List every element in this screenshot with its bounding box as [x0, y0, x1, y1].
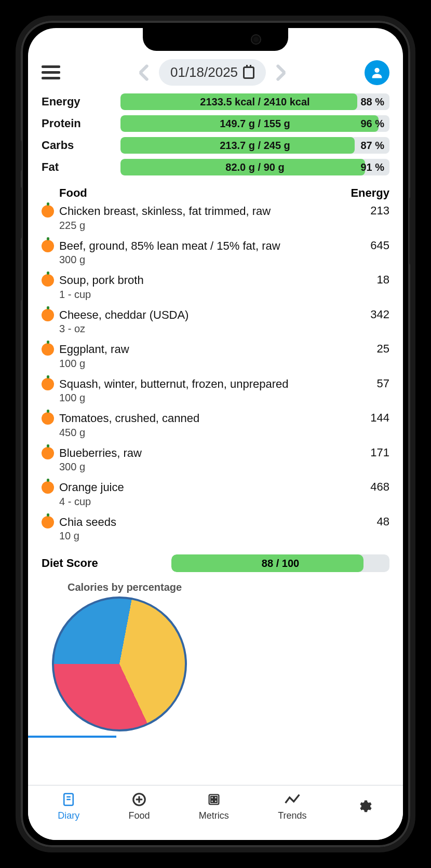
food-icon	[42, 481, 54, 494]
food-item[interactable]: Squash, winter, butternut, frozen, unpre…	[42, 375, 389, 410]
food-energy: 144	[348, 411, 389, 425]
food-header-food: Food	[59, 186, 351, 200]
food-name: Soup, pork broth	[59, 273, 348, 288]
nav-metrics[interactable]: Metrics	[199, 791, 229, 821]
macro-value: 82.0 g / 90 g	[120, 159, 389, 175]
profile-button[interactable]	[365, 60, 389, 85]
svg-rect-11	[214, 800, 217, 803]
macro-bar: 2133.5 kcal / 2410 kcal88 %	[120, 93, 389, 110]
calendar-icon	[243, 66, 254, 79]
food-header-energy: Energy	[351, 186, 389, 200]
food-energy: 48	[348, 515, 389, 528]
food-qty: 100 g	[59, 392, 348, 404]
food-item[interactable]: Beef, ground, 85% lean meat / 15% fat, r…	[42, 237, 389, 272]
macro-label: Protein	[42, 117, 120, 130]
macro-row: Fat82.0 g / 90 g91 %	[42, 158, 389, 176]
diary-icon	[60, 791, 77, 808]
macro-percent: 91 %	[360, 159, 384, 175]
food-energy: 25	[348, 342, 389, 356]
food-name: Tomatoes, crushed, canned	[59, 411, 348, 426]
food-name: Blueberries, raw	[59, 446, 348, 460]
food-item[interactable]: Chia seeds10 g48	[42, 513, 389, 548]
next-day-button[interactable]	[275, 63, 287, 82]
svg-rect-8	[211, 796, 213, 799]
food-icon	[42, 309, 54, 321]
macro-bar: 82.0 g / 90 g91 %	[120, 159, 389, 175]
food-item[interactable]: Tomatoes, crushed, canned450 g144	[42, 409, 389, 444]
food-name: Orange juice	[59, 480, 348, 495]
macro-value: 2133.5 kcal / 2410 kcal	[120, 93, 389, 110]
food-name: Eggplant, raw	[59, 342, 348, 357]
diet-score-bar: 88 / 100	[171, 554, 389, 572]
food-energy: 645	[348, 239, 389, 252]
food-icon	[42, 343, 54, 356]
food-energy: 468	[348, 480, 389, 494]
plus-circle-icon	[130, 791, 148, 808]
food-energy: 18	[348, 273, 389, 287]
food-energy: 57	[348, 377, 389, 390]
nav-trends[interactable]: Trends	[278, 791, 306, 821]
nav-metrics-label: Metrics	[199, 810, 229, 821]
food-icon	[42, 205, 54, 218]
date-selector[interactable]: 01/18/2025	[159, 59, 266, 86]
food-name: Chicken breast, skinless, fat trimmed, r…	[59, 204, 348, 219]
food-energy: 171	[348, 446, 389, 459]
calories-pie-chart	[52, 596, 187, 731]
food-item[interactable]: Chicken breast, skinless, fat trimmed, r…	[42, 202, 389, 237]
chart-title: Calories by percentage	[42, 581, 389, 593]
gear-icon	[356, 797, 373, 815]
macro-percent: 96 %	[360, 115, 384, 132]
food-icon	[42, 447, 54, 459]
macro-label: Carbs	[42, 139, 120, 152]
diet-score-value: 88 / 100	[171, 554, 389, 572]
diet-score-label: Diet Score	[42, 557, 171, 570]
macro-bar: 213.7 g / 245 g87 %	[120, 137, 389, 154]
nav-food-label: Food	[128, 810, 150, 821]
food-icon	[42, 412, 54, 425]
food-qty: 300 g	[59, 461, 348, 473]
macro-bar: 149.7 g / 155 g96 %	[120, 115, 389, 132]
food-icon	[42, 516, 54, 528]
food-icon	[42, 378, 54, 390]
nav-diary[interactable]: Diary	[58, 791, 79, 821]
food-item[interactable]: Orange juice4 - cup468	[42, 478, 389, 513]
food-qty: 100 g	[59, 358, 348, 370]
macro-label: Energy	[42, 95, 120, 108]
trend-icon	[284, 791, 301, 808]
food-qty: 1 - cup	[59, 289, 348, 301]
macro-percent: 87 %	[360, 137, 384, 154]
prev-day-button[interactable]	[138, 63, 150, 82]
food-energy: 342	[348, 308, 389, 321]
food-qty: 225 g	[59, 220, 348, 232]
svg-rect-9	[214, 796, 217, 799]
grid-icon	[205, 791, 223, 808]
nav-food[interactable]: Food	[128, 791, 150, 821]
food-item[interactable]: Cheese, cheddar (USDA)3 - oz342	[42, 306, 389, 341]
nav-diary-label: Diary	[58, 810, 79, 821]
menu-button[interactable]	[42, 65, 60, 79]
macro-value: 149.7 g / 155 g	[120, 115, 389, 132]
food-qty: 4 - cup	[59, 496, 348, 508]
macro-row: Carbs213.7 g / 245 g87 %	[42, 137, 389, 154]
nav-settings[interactable]	[356, 797, 373, 815]
food-name: Cheese, cheddar (USDA)	[59, 308, 348, 322]
current-date: 01/18/2025	[170, 64, 238, 80]
food-name: Squash, winter, butternut, frozen, unpre…	[59, 377, 348, 391]
macro-row: Protein149.7 g / 155 g96 %	[42, 115, 389, 132]
svg-rect-10	[211, 800, 213, 803]
food-item[interactable]: Blueberries, raw300 g171	[42, 444, 389, 479]
food-energy: 213	[348, 204, 389, 218]
food-item[interactable]: Eggplant, raw100 g25	[42, 340, 389, 375]
svg-point-0	[374, 67, 379, 72]
food-name: Beef, ground, 85% lean meat / 15% fat, r…	[59, 239, 348, 253]
food-icon	[42, 274, 54, 287]
scroll-indicator	[28, 736, 116, 738]
macro-value: 213.7 g / 245 g	[120, 137, 389, 154]
food-item[interactable]: Soup, pork broth1 - cup18	[42, 271, 389, 306]
food-icon	[42, 240, 54, 252]
nav-trends-label: Trends	[278, 810, 306, 821]
food-qty: 3 - oz	[59, 323, 348, 335]
macro-label: Fat	[42, 160, 120, 174]
macro-percent: 88 %	[360, 93, 384, 110]
food-qty: 300 g	[59, 254, 348, 266]
